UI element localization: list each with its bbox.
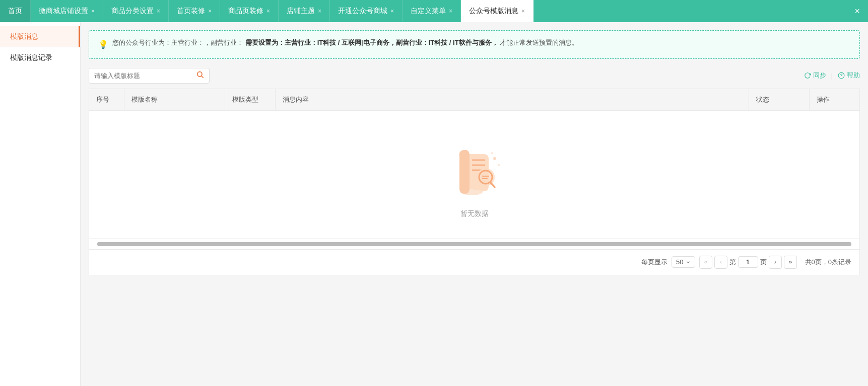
empty-illustration <box>444 141 505 201</box>
svg-point-14 <box>498 164 500 166</box>
toolbar-right: 同步 | 帮助 <box>804 71 860 80</box>
close-shop-settings-icon[interactable]: × <box>91 8 95 15</box>
nav-tab-open-mall[interactable]: 开通公众号商城 × <box>330 0 403 22</box>
chevron-down-icon <box>686 260 691 265</box>
svg-point-0 <box>197 72 202 76</box>
per-page-value: 50 <box>676 258 683 266</box>
nav-tab-custom-menu-label: 自定义菜单 <box>411 7 446 16</box>
empty-text: 暂无数据 <box>460 209 489 218</box>
search-button[interactable] <box>191 70 209 81</box>
nav-tab-product-decor-label: 商品页装修 <box>228 7 263 16</box>
prev-page-button[interactable] <box>714 256 727 269</box>
page-nav: 第 页 <box>699 256 797 269</box>
col-type: 模版类型 <box>225 89 276 110</box>
horizontal-scrollbar-area <box>89 239 860 250</box>
page-total: 共0页，0条记录 <box>805 258 851 267</box>
nav-tab-home[interactable]: 首页 <box>0 0 31 22</box>
nav-tab-homepage-decor-label: 首页装修 <box>177 7 205 16</box>
empty-state: 暂无数据 <box>89 111 859 239</box>
notice-text: 您的公众号行业为：主营行业：，副营行业： 需要设置为：主营行业：IT科技 / 互… <box>112 38 578 48</box>
nav-tab-custom-menu[interactable]: 自定义菜单 × <box>403 0 461 22</box>
close-homepage-decor-icon[interactable]: × <box>208 8 212 15</box>
notice-icon: 💡 <box>98 38 108 51</box>
nav-tab-shop-theme-label: 店铺主题 <box>287 7 315 16</box>
nav-tab-shop-theme[interactable]: 店铺主题 × <box>279 0 330 22</box>
svg-point-13 <box>493 157 496 160</box>
notice-box: 💡 您的公众号行业为：主营行业：，副营行业： 需要设置为：主营行业：IT科技 /… <box>89 30 860 59</box>
nav-tab-template-msg-label: 公众号模版消息 <box>469 7 518 16</box>
col-name: 模版名称 <box>124 89 225 110</box>
sidebar: 模版消息 模版消息记录 <box>0 22 81 386</box>
page-label: 第 <box>729 258 736 267</box>
col-seq: 序号 <box>89 89 124 110</box>
close-product-decor-icon[interactable]: × <box>266 8 270 15</box>
nav-tab-home-label: 首页 <box>8 7 22 16</box>
data-table: 序号 模版名称 模版类型 消息内容 状态 操作 <box>89 89 860 239</box>
notice-highlight-text: 需要设置为：主营行业：IT科技 / 互联网|电子商务，副营行业：IT科技 / I… <box>245 39 498 46</box>
nav-tab-shop-settings[interactable]: 微商城店铺设置 × <box>31 0 103 22</box>
help-button[interactable]: 帮助 <box>838 71 860 80</box>
col-status: 状态 <box>749 89 810 110</box>
nav-tab-template-msg[interactable]: 公众号模版消息 × <box>461 0 533 22</box>
sync-button[interactable]: 同步 <box>804 71 826 80</box>
close-category-settings-icon[interactable]: × <box>157 8 160 15</box>
horizontal-scrollbar[interactable] <box>97 242 851 246</box>
close-open-mall-icon[interactable]: × <box>390 8 394 15</box>
nav-tab-category-settings-label: 商品分类设置 <box>111 7 154 16</box>
close-template-msg-icon[interactable]: × <box>521 8 525 15</box>
nav-tab-product-decor[interactable]: 商品页装修 × <box>220 0 279 22</box>
close-custom-menu-icon[interactable]: × <box>449 8 452 15</box>
nav-tab-open-mall-label: 开通公众号商城 <box>338 7 387 16</box>
toolbar-divider: | <box>831 72 833 80</box>
content-area: 💡 您的公众号行业为：主营行业：，副营行业： 需要设置为：主营行业：IT科技 /… <box>81 22 868 386</box>
pagination: 每页显示 50 第 <box>89 250 860 275</box>
main-layout: 模版消息 模版消息记录 💡 您的公众号行业为：主营行业：，副营行业： 需要设置为… <box>0 22 868 386</box>
table-header-row: 序号 模版名称 模版类型 消息内容 状态 操作 <box>89 89 860 110</box>
table-wrapper: 序号 模版名称 模版类型 消息内容 状态 操作 <box>89 89 860 275</box>
next-page-button[interactable] <box>769 256 782 269</box>
close-shop-theme-icon[interactable]: × <box>318 8 321 15</box>
first-page-button[interactable] <box>699 256 712 269</box>
last-page-button[interactable] <box>784 256 797 269</box>
sidebar-item-template-msg-record[interactable]: 模版消息记录 <box>0 47 80 68</box>
col-content: 消息内容 <box>276 89 749 110</box>
page-input[interactable] <box>738 256 758 268</box>
per-page-label: 每页显示 <box>641 258 667 267</box>
page-unit: 页 <box>760 258 767 267</box>
search-box <box>89 68 210 84</box>
scrollbar-thumb[interactable] <box>97 242 851 246</box>
sidebar-item-template-msg[interactable]: 模版消息 <box>0 26 80 47</box>
nav-tab-category-settings[interactable]: 商品分类设置 × <box>103 0 169 22</box>
per-page-select[interactable]: 50 <box>672 256 695 268</box>
close-all-button[interactable]: × <box>846 0 868 22</box>
col-action: 操作 <box>810 89 860 110</box>
svg-line-1 <box>202 76 204 78</box>
top-nav: 首页 微商城店铺设置 × 商品分类设置 × 首页装修 × 商品页装修 × 店铺主… <box>0 0 868 22</box>
nav-tab-shop-settings-label: 微商城店铺设置 <box>39 7 88 16</box>
svg-point-15 <box>491 152 493 154</box>
nav-tab-homepage-decor[interactable]: 首页装修 × <box>169 0 220 22</box>
search-input[interactable] <box>89 68 191 83</box>
empty-state-row: 暂无数据 <box>89 110 860 239</box>
toolbar: 同步 | 帮助 <box>89 68 860 84</box>
